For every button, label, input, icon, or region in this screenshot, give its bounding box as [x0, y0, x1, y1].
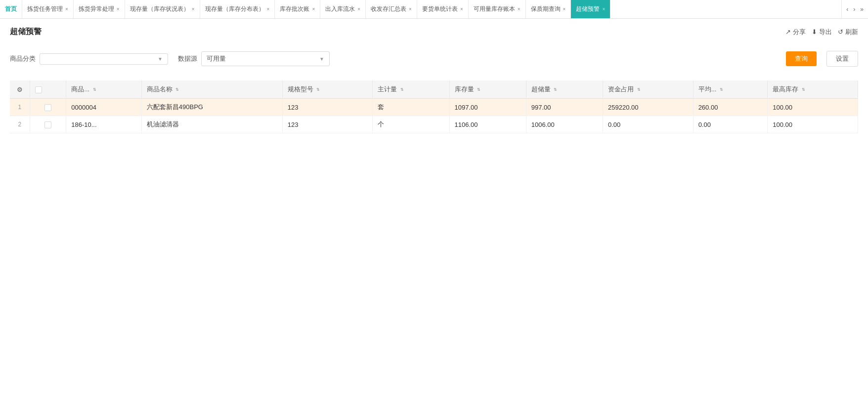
col-stock[interactable]: 库存量 ⇅ [449, 80, 526, 99]
page-content: 超储预警 ↗ 分享 ⬇ 导出 ↺ 刷新 商品分类 ▼ 数据源 [0, 19, 868, 395]
datasource-label: 数据源 [178, 54, 197, 63]
tab-label: 要货单统计表 [422, 5, 458, 13]
col-unit[interactable]: 主计量 ⇅ [373, 80, 449, 99]
col-settings[interactable]: ⚙ [10, 80, 30, 99]
tab-close-btn[interactable]: × [267, 6, 270, 12]
col-avg-label: 平均... [698, 85, 717, 93]
col-avg-sort: ⇅ [720, 87, 723, 92]
tab-close-btn[interactable]: × [563, 6, 566, 12]
row-overstock: 1006.00 [526, 116, 603, 133]
row-overstock: 997.00 [526, 99, 603, 116]
page-title: 超储预警 [10, 27, 42, 37]
col-capital-label: 资金占用 [608, 85, 634, 93]
row-checkbox[interactable] [44, 104, 51, 111]
export-btn[interactable]: ⬇ 导出 [812, 28, 832, 37]
nav-arrow-right[interactable]: › [851, 5, 858, 14]
nav-tab[interactable]: 现存量（库存分布表）× [200, 0, 275, 19]
col-code[interactable]: 商品... ⇅ [66, 80, 141, 99]
filter-area: 商品分类 ▼ 数据源 可用量 ▼ 查询 设置 [10, 45, 858, 73]
select-all-checkbox[interactable] [35, 86, 42, 93]
settings-icon: ⚙ [17, 86, 23, 93]
col-spec[interactable]: 规格型号 ⇅ [282, 80, 373, 99]
tab-close-btn[interactable]: × [357, 6, 360, 12]
tab-close-btn[interactable]: × [602, 6, 605, 12]
table-body: 1 0000004 六配套新昌490BPG 123 套 1097.00 997.… [10, 99, 858, 133]
category-select[interactable]: ▼ [40, 53, 168, 65]
top-nav: 首页 拣货任务管理×拣货异常处理×现存量（库存状况表）×现存量（库存分布表）×库… [0, 0, 868, 19]
nav-tab[interactable]: 出入库流水× [320, 0, 366, 19]
category-arrow-icon: ▼ [158, 56, 163, 62]
nav-tab[interactable]: 拣货任务管理× [22, 0, 74, 19]
category-filter: 商品分类 ▼ [10, 53, 168, 65]
col-code-sort: ⇅ [93, 87, 96, 92]
col-maxstock[interactable]: 最高库存 ⇅ [768, 80, 858, 99]
tab-close-btn[interactable]: × [518, 6, 521, 12]
settings-button[interactable]: 设置 [826, 51, 858, 67]
row-unit: 套 [373, 99, 449, 116]
row-stock: 1097.00 [449, 99, 526, 116]
col-name[interactable]: 商品名称 ⇅ [141, 80, 282, 99]
table-row: 2 186-10... 机油滤清器 123 个 1106.00 1006.00 … [10, 116, 858, 133]
row-avg: 260.00 [693, 99, 768, 116]
tab-label: 超储预警 [576, 5, 600, 13]
row-unit: 个 [373, 116, 449, 133]
filter-action-buttons: 查询 [786, 51, 817, 66]
tab-label: 现存量（库存分布表） [205, 5, 264, 13]
export-label: 导出 [819, 28, 832, 37]
tab-close-btn[interactable]: × [192, 6, 195, 12]
nav-arrow-last[interactable]: » [858, 5, 866, 14]
refresh-icon: ↺ [838, 28, 843, 36]
row-checkbox[interactable] [44, 121, 51, 128]
home-label: 首页 [5, 5, 17, 13]
refresh-label: 刷新 [845, 28, 858, 37]
col-spec-sort: ⇅ [316, 87, 320, 92]
datasource-filter: 数据源 可用量 ▼ [178, 51, 330, 66]
row-number: 1 [10, 99, 30, 116]
nav-tab[interactable]: 拣货异常处理× [74, 0, 125, 19]
datasource-select[interactable]: 可用量 ▼ [201, 51, 330, 66]
nav-tab[interactable]: 要货单统计表× [417, 0, 469, 19]
col-stock-label: 库存量 [455, 85, 474, 93]
refresh-btn[interactable]: ↺ 刷新 [838, 28, 858, 37]
export-icon: ⬇ [812, 28, 817, 36]
nav-tab[interactable]: 现存量（库存状况表）× [125, 0, 200, 19]
col-spec-label: 规格型号 [288, 85, 313, 93]
row-name: 六配套新昌490BPG [141, 99, 282, 116]
tab-label: 现存量（库存状况表） [130, 5, 189, 13]
nav-tab[interactable]: 库存批次账× [275, 0, 320, 19]
row-spec: 123 [282, 116, 373, 133]
tab-close-btn[interactable]: × [65, 6, 68, 12]
tab-close-btn[interactable]: × [117, 6, 120, 12]
datasource-value: 可用量 [207, 54, 226, 63]
table-row: 1 0000004 六配套新昌490BPG 123 套 1097.00 997.… [10, 99, 858, 116]
data-table: ⚙ 商品... ⇅ 商品名称 ⇅ 规格型号 ⇅ 主计量 [10, 80, 858, 133]
row-capital: 259220.00 [603, 99, 694, 116]
tab-close-btn[interactable]: × [409, 6, 412, 12]
nav-home[interactable]: 首页 [0, 0, 22, 19]
page-header: 超储预警 ↗ 分享 ⬇ 导出 ↺ 刷新 [10, 27, 858, 37]
col-checkbox[interactable] [30, 80, 66, 99]
nav-tab[interactable]: 收发存汇总表× [366, 0, 417, 19]
row-avg: 0.00 [693, 116, 768, 133]
tab-label: 拣货任务管理 [27, 5, 63, 13]
col-avg[interactable]: 平均... ⇅ [693, 80, 768, 99]
row-code: 0000004 [66, 99, 141, 116]
col-overstock[interactable]: 超储量 ⇅ [526, 80, 603, 99]
col-stock-sort: ⇅ [477, 87, 480, 92]
query-button[interactable]: 查询 [786, 51, 817, 66]
row-number: 2 [10, 116, 30, 133]
col-maxstock-sort: ⇅ [802, 87, 805, 92]
tab-label: 出入库流水 [325, 5, 355, 13]
nav-tab[interactable]: 可用量库存账本× [469, 0, 526, 19]
share-btn[interactable]: ↗ 分享 [785, 28, 806, 37]
tab-close-btn[interactable]: × [460, 6, 463, 12]
row-maxstock: 100.00 [768, 99, 858, 116]
col-capital[interactable]: 资金占用 ⇅ [603, 80, 694, 99]
col-unit-sort: ⇅ [400, 87, 404, 92]
share-icon: ↗ [785, 28, 791, 36]
nav-arrow-left[interactable]: ‹ [844, 5, 851, 14]
nav-tab[interactable]: 超储预警× [571, 0, 610, 19]
nav-tab[interactable]: 保质期查询× [526, 0, 571, 19]
tab-label: 拣货异常处理 [79, 5, 114, 13]
tab-close-btn[interactable]: × [312, 6, 315, 12]
